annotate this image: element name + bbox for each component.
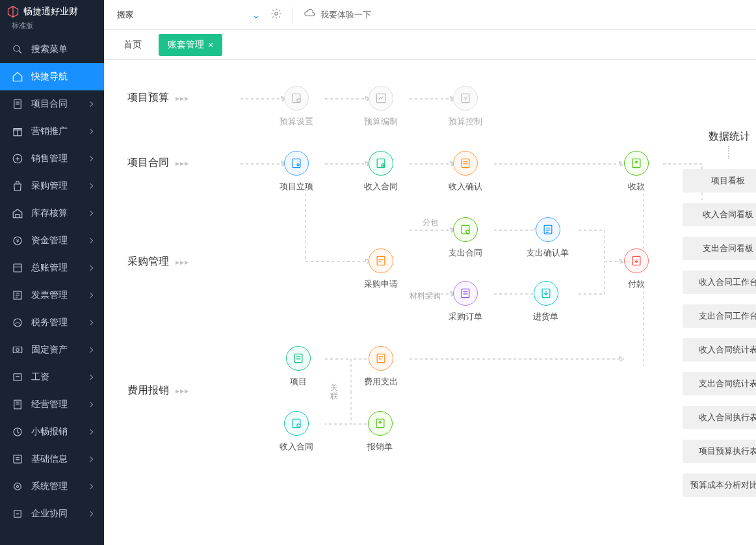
sidebar-item-label: 项目合同 — [31, 98, 68, 110]
node-receipt[interactable]: 收款 — [624, 151, 649, 193]
sidebar-item-sales[interactable]: 销售管理 — [0, 145, 104, 172]
sidebar-item-label: 系统管理 — [31, 481, 68, 492]
node-income-confirm[interactable]: 收入确认 — [449, 151, 482, 193]
svg-rect-47 — [293, 159, 300, 167]
sidebar-item-system[interactable]: 系统管理 — [0, 473, 104, 500]
gear-icon — [12, 481, 23, 492]
sidebar-item-funds[interactable]: ¥ 资金管理 — [0, 227, 104, 254]
sidebar-item-salary[interactable]: 工资 — [0, 364, 104, 391]
sidebar-item-label: 总账管理 — [31, 262, 68, 274]
stats-btn-income-workbench[interactable]: 收入合同工作台 — [683, 271, 756, 294]
sidebar-search[interactable]: 搜索菜单 — [0, 36, 104, 63]
sidebar-item-tax[interactable]: 税务管理 — [0, 309, 104, 336]
node-income-contract-2[interactable]: 收入合同 — [280, 411, 313, 453]
stats-btn-income-stats[interactable]: 收入合同统计表 — [683, 338, 756, 362]
node-budget-compile[interactable]: 预算编制 — [364, 86, 398, 127]
svg-point-25 — [17, 486, 19, 488]
svg-rect-61 — [377, 354, 385, 362]
svg-point-48 — [297, 164, 299, 166]
sidebar-item-label: 采购管理 — [31, 180, 68, 192]
node-project-approval[interactable]: 项目立项 — [280, 151, 313, 193]
app-edition: 标准版 — [0, 21, 104, 36]
sidebar-item-marketing[interactable]: 营销推广 — [0, 118, 104, 145]
row-arrow-icon: ▸▸▸ — [176, 258, 189, 267]
invoice-icon — [12, 289, 23, 301]
chevron-down-icon: ⌄ — [252, 10, 260, 20]
salary-icon — [12, 371, 23, 383]
sidebar-item-ledger[interactable]: 总账管理 — [0, 254, 104, 282]
node-expense-contract[interactable]: 支出合同 — [449, 217, 482, 259]
sidebar-item-label: 基础信息 — [31, 453, 68, 465]
node-payment[interactable]: 付款 — [624, 248, 649, 290]
row-label-procurement: 采购管理 — [127, 255, 169, 269]
node-goods-in[interactable]: 进货单 — [533, 281, 558, 323]
sidebar-item-label: 企业协同 — [31, 508, 68, 520]
search-icon — [12, 44, 23, 55]
node-budget-control[interactable]: ¥ 预算控制 — [449, 86, 482, 127]
sidebar-item-label: 经营管理 — [31, 399, 68, 410]
sidebar-item-assets[interactable]: 固定资产 — [0, 336, 104, 364]
sidebar-item-project-contract[interactable]: 项目合同 — [0, 90, 104, 118]
home-icon — [12, 71, 23, 83]
sidebar-item-xiaochang[interactable]: 小畅报销 — [0, 418, 104, 445]
row-label-expense: 费用报销 — [127, 384, 169, 397]
stats-btn-budget-cost[interactable]: 预算成本分析对比表 — [683, 473, 756, 497]
row-arrow-icon: ▸▸▸ — [176, 159, 189, 168]
header: 搬家 ⌄ 我要体验一下 — [104, 0, 756, 30]
tab-home[interactable]: 首页 — [114, 34, 151, 56]
try-experience-link[interactable]: 我要体验一下 — [304, 9, 371, 21]
sidebar-item-invoice[interactable]: 发票管理 — [0, 282, 104, 309]
app-logo-icon — [7, 5, 20, 18]
node-expense-confirm[interactable]: 支出确认单 — [527, 217, 569, 259]
stats-btn-expense-workbench[interactable]: 支出合同工作台 — [683, 304, 756, 328]
svg-text:¥: ¥ — [16, 238, 20, 244]
stats-btn-expense-board[interactable]: 支出合同看板 — [683, 237, 756, 260]
assoc-label: 关联 — [330, 384, 338, 401]
sidebar-item-quick-nav[interactable]: 快捷导航 — [0, 63, 104, 90]
sidebar-item-basic-info[interactable]: 基础信息 — [0, 445, 104, 473]
app-name: 畅捷通好业财 — [23, 6, 78, 18]
node-income-contract[interactable]: 收入合同 — [364, 151, 398, 193]
svg-rect-21 — [14, 455, 21, 463]
sidebar-item-label: 税务管理 — [31, 317, 68, 328]
sidebar-item-label: 资金管理 — [31, 235, 68, 246]
bag-icon — [12, 180, 23, 192]
stats-btn-income-exec[interactable]: 收入合同执行表 — [683, 406, 756, 429]
cloud-icon — [304, 9, 317, 20]
svg-rect-14 — [13, 347, 22, 353]
sidebar-item-label: 小畅报销 — [31, 426, 68, 438]
settings-gear-icon[interactable] — [270, 8, 282, 21]
sidebar-item-label: 工资 — [31, 371, 49, 383]
svg-rect-16 — [14, 374, 21, 381]
stats-btn-budget-exec[interactable]: 项目预算执行表 — [683, 440, 756, 463]
node-purchase-order[interactable]: 采购订单 — [449, 281, 482, 323]
sidebar-item-procurement[interactable]: 采购管理 — [0, 172, 104, 200]
sidebar-item-inventory[interactable]: 库存核算 — [0, 200, 104, 227]
sidebar-item-collab[interactable]: 企业协同 — [0, 500, 104, 527]
svg-rect-60 — [294, 354, 302, 362]
close-icon[interactable]: × — [208, 40, 213, 50]
svg-rect-54 — [462, 225, 469, 233]
svg-point-0 — [14, 46, 20, 51]
org-selector[interactable]: 搬家 ⌄ — [117, 9, 260, 21]
sales-icon — [12, 153, 23, 165]
stats-btn-project-board[interactable]: 项目看板 — [683, 169, 756, 193]
node-budget-setup[interactable]: 预算设置 — [280, 86, 313, 127]
node-reimburse[interactable]: 报销单 — [367, 411, 393, 453]
flow-connectors — [104, 60, 756, 545]
stats-btn-income-board[interactable]: 收入合同看板 — [683, 203, 756, 226]
node-purchase-apply[interactable]: 采购申请 — [364, 248, 398, 290]
sidebar-item-label: 快捷导航 — [31, 71, 68, 83]
sidebar-item-label: 营销推广 — [31, 126, 68, 137]
row-arrow-icon: ▸▸▸ — [176, 94, 189, 103]
header-divider — [293, 7, 293, 23]
svg-line-1 — [19, 51, 21, 53]
reimburse-icon — [12, 426, 23, 438]
sidebar-item-operations[interactable]: 经营管理 — [0, 391, 104, 418]
stats-btn-expense-stats[interactable]: 支出合同统计表 — [683, 372, 756, 395]
node-expense-spend[interactable]: 费用支出 — [364, 346, 398, 388]
org-name: 搬家 — [117, 9, 134, 21]
node-project[interactable]: 项目 — [286, 346, 311, 388]
sidebar-search-label: 搜索菜单 — [31, 44, 68, 55]
tab-account-set[interactable]: 账套管理 × — [159, 34, 222, 56]
